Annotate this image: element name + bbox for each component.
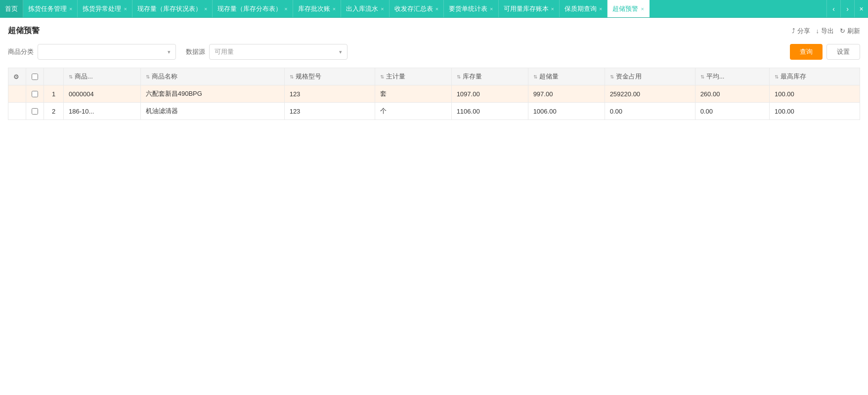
row-over-stock: 1006.00 — [528, 103, 605, 120]
table-row: 2 186-10... 机油滤清器 123 个 1106.00 1006.00 … — [8, 103, 860, 120]
sort-icon: ⇅ — [533, 74, 537, 79]
nav-next-button[interactable]: › — [840, 0, 854, 18]
top-nav: 首页 拣货任务管理 × 拣货异常处理 × 现存量（库存状况表） × 现存量（库存… — [0, 0, 868, 18]
row-stock: 1106.00 — [451, 103, 528, 120]
row-unit: 套 — [375, 85, 451, 103]
th-checkbox — [26, 68, 44, 85]
row-sku-name: 六配套新昌490BPG — [140, 85, 284, 103]
row-sku-code: 186-10... — [64, 103, 141, 120]
th-stock[interactable]: ⇅ 库存量 — [451, 68, 528, 85]
nav-arrows: ‹ › × — [826, 0, 868, 18]
data-table: ⚙ ⇅ 商品... ⇅ 商品名称 — [8, 68, 860, 120]
row-avg: 260.00 — [695, 85, 769, 103]
nav-item-task[interactable]: 拣货任务管理 × — [23, 0, 78, 18]
close-icon[interactable]: × — [435, 6, 438, 12]
export-icon: ↓ — [816, 27, 820, 35]
row-spec: 123 — [284, 103, 375, 120]
nav-item-stock-dist[interactable]: 现存量（库存分布表） × — [213, 0, 293, 18]
th-settings[interactable]: ⚙ — [8, 68, 26, 85]
row-checkbox-cell — [26, 85, 44, 103]
filter-actions: 查询 设置 — [790, 44, 860, 60]
table-row: 1 0000004 六配套新昌490BPG 123 套 1097.00 997.… — [8, 85, 860, 103]
close-icon[interactable]: × — [333, 6, 336, 12]
close-icon[interactable]: × — [124, 6, 127, 12]
datasource-filter: 数据源 可用量 ▾ — [186, 44, 347, 60]
sort-icon: ⇅ — [290, 74, 294, 79]
row-checkbox[interactable] — [32, 108, 38, 115]
sort-icon: ⇅ — [700, 74, 704, 79]
row-capital: 0.00 — [605, 103, 695, 120]
export-button[interactable]: ↓ 导出 — [816, 27, 834, 36]
sort-icon: ⇅ — [69, 74, 73, 79]
category-select[interactable]: ▾ — [38, 44, 176, 60]
nav-item-overstock[interactable]: 超储预警 × — [608, 0, 649, 18]
chevron-down-icon: ▾ — [339, 49, 342, 55]
close-icon[interactable]: × — [490, 6, 493, 12]
close-icon[interactable]: × — [381, 6, 384, 12]
sort-icon: ⇅ — [457, 74, 461, 79]
nav-item-available[interactable]: 可用量库存账本 × — [499, 0, 560, 18]
nav-item-order-stats[interactable]: 要货单统计表 × — [444, 0, 498, 18]
close-icon[interactable]: × — [551, 6, 554, 12]
row-over-stock: 997.00 — [528, 85, 605, 103]
nav-item-summary[interactable]: 收发存汇总表 × — [390, 0, 444, 18]
sort-icon: ⇅ — [380, 74, 384, 79]
settings-icon: ⚙ — [13, 73, 19, 80]
th-index — [44, 68, 64, 85]
query-button[interactable]: 查询 — [790, 44, 823, 60]
th-over-stock[interactable]: ⇅ 超储量 — [528, 68, 605, 85]
row-avg: 0.00 — [695, 103, 769, 120]
settings-button[interactable]: 设置 — [826, 44, 860, 60]
datasource-label: 数据源 — [186, 47, 205, 56]
page-header: 超储预警 ⤴ 分享 ↓ 导出 ↻ 刷新 — [8, 26, 860, 36]
close-icon[interactable]: × — [204, 6, 207, 12]
page-title: 超储预警 — [8, 26, 40, 36]
th-capital[interactable]: ⇅ 资金占用 — [605, 68, 695, 85]
row-stock: 1097.00 — [451, 85, 528, 103]
row-index: 2 — [44, 103, 64, 120]
header-actions: ⤴ 分享 ↓ 导出 ↻ 刷新 — [792, 27, 861, 36]
close-icon[interactable]: × — [599, 6, 602, 12]
nav-item-expiry[interactable]: 保质期查询 × — [560, 0, 608, 18]
th-max-stock[interactable]: ⇅ 最高库存 — [769, 68, 860, 85]
datasource-select-value: 可用量 — [215, 47, 234, 56]
th-sku-code[interactable]: ⇅ 商品... — [64, 68, 141, 85]
th-sku-name[interactable]: ⇅ 商品名称 — [140, 68, 284, 85]
nav-item-batch[interactable]: 库存批次账 × — [293, 0, 341, 18]
th-avg[interactable]: ⇅ 平均... — [695, 68, 769, 85]
share-icon: ⤴ — [792, 27, 795, 35]
sort-icon: ⇅ — [610, 74, 614, 79]
nav-close-button[interactable]: × — [854, 0, 868, 18]
row-unit: 个 — [375, 103, 451, 120]
filter-row: 商品分类 ▾ 数据源 可用量 ▾ 查询 设置 — [8, 44, 860, 60]
row-checkbox[interactable] — [32, 91, 38, 97]
close-icon[interactable]: × — [284, 6, 287, 12]
row-settings-cell — [8, 85, 26, 103]
nav-item-exception[interactable]: 拣货异常处理 × — [78, 0, 132, 18]
refresh-icon: ↻ — [840, 27, 845, 35]
datasource-select[interactable]: 可用量 ▾ — [209, 44, 347, 60]
th-spec[interactable]: ⇅ 规格型号 — [284, 68, 375, 85]
row-sku-name: 机油滤清器 — [140, 103, 284, 120]
row-settings-cell — [8, 103, 26, 120]
share-button[interactable]: ⤴ 分享 — [792, 27, 810, 36]
select-all-checkbox[interactable] — [32, 74, 38, 80]
main-content: 超储预警 ⤴ 分享 ↓ 导出 ↻ 刷新 商品分类 ▾ 数据源 — [0, 18, 868, 395]
close-icon[interactable]: × — [641, 6, 644, 12]
nav-item-stock-status[interactable]: 现存量（库存状况表） × — [132, 0, 213, 18]
category-filter: 商品分类 ▾ — [8, 44, 176, 60]
category-label: 商品分类 — [8, 47, 34, 56]
row-capital: 259220.00 — [605, 85, 695, 103]
row-max-stock: 100.00 — [769, 103, 860, 120]
chevron-down-icon: ▾ — [168, 49, 171, 55]
nav-item-flow[interactable]: 出入库流水 × — [341, 0, 389, 18]
refresh-button[interactable]: ↻ 刷新 — [840, 27, 860, 36]
row-sku-code: 0000004 — [64, 85, 141, 103]
close-icon[interactable]: × — [69, 6, 72, 12]
sort-icon: ⇅ — [146, 74, 150, 79]
th-unit[interactable]: ⇅ 主计量 — [375, 68, 451, 85]
table-header-row: ⚙ ⇅ 商品... ⇅ 商品名称 — [8, 68, 860, 85]
sort-icon: ⇅ — [775, 74, 779, 79]
nav-item-home[interactable]: 首页 — [0, 0, 23, 18]
nav-prev-button[interactable]: ‹ — [826, 0, 840, 18]
